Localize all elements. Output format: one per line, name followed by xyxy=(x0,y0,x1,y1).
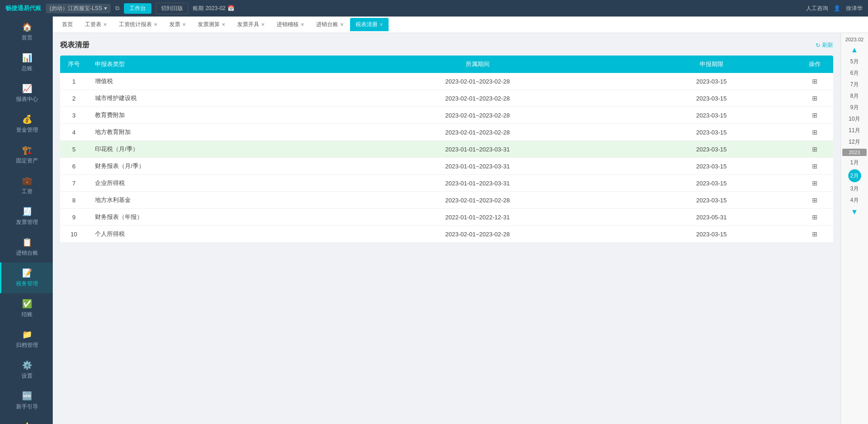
tab-invoice-calc-close[interactable]: ✕ xyxy=(222,22,225,27)
company-name: (勿动）江西服宝-LSS xyxy=(50,5,102,12)
date-month-2-active[interactable]: 2月 xyxy=(848,169,861,182)
refresh-button[interactable]: ↻ 刷新 xyxy=(816,41,833,49)
page-header: 税表清册 ↻ 刷新 xyxy=(60,40,833,50)
table-row: 4地方教育附加2023-02-01~2023-02-282023-03-15⊞ xyxy=(60,124,833,141)
tab-tax-list-label: 税表清册 xyxy=(356,21,378,28)
period-value: 2023-02 xyxy=(206,5,226,11)
workbench-button[interactable]: 工作台 xyxy=(124,3,151,14)
sidebar-item-salary[interactable]: 💼 工资 xyxy=(0,170,53,201)
cell-deadline: 2023-03-15 xyxy=(626,158,796,175)
tab-sales-check-close[interactable]: ✕ xyxy=(300,22,304,27)
date-down-button[interactable]: ▼ xyxy=(849,206,860,218)
copy-icon[interactable]: ⧉ xyxy=(115,5,119,12)
calendar-icon[interactable]: 📅 xyxy=(228,5,234,11)
tab-invoice[interactable]: 发票 ✕ xyxy=(164,18,191,31)
date-month-3[interactable]: 3月 xyxy=(841,183,868,195)
tab-salary-table[interactable]: 工资表 ✕ xyxy=(79,18,112,31)
sidebar-item-fund[interactable]: 💰 资金管理 xyxy=(0,109,53,139)
ai-consult-btn[interactable]: 人工咨询 xyxy=(806,5,828,12)
sidebar-item-invoice[interactable]: 🧾 发票管理 xyxy=(0,201,53,232)
action-icon[interactable]: ⊞ xyxy=(812,128,818,136)
cell-action[interactable]: ⊞ xyxy=(796,107,833,124)
table-row: 6财务报表（月/季）2023-01-01~2023-03-312023-03-1… xyxy=(60,158,833,175)
cell-no: 1 xyxy=(60,73,88,90)
sidebar-item-archive[interactable]: 📁 归档管理 xyxy=(0,324,53,355)
sidebar-item-guide[interactable]: 🆕 新手引导 xyxy=(0,385,53,416)
cell-action[interactable]: ⊞ xyxy=(796,124,833,141)
cell-action[interactable]: ⊞ xyxy=(796,141,833,158)
tab-sales-check[interactable]: 进销稽核 ✕ xyxy=(271,18,310,31)
cell-deadline: 2023-03-15 xyxy=(626,73,796,90)
action-icon[interactable]: ⊞ xyxy=(812,179,818,187)
user-avatar[interactable]: 👤 xyxy=(834,5,840,11)
date-month-12[interactable]: 12月 xyxy=(841,136,868,148)
tab-sales-ledger-close[interactable]: ✕ xyxy=(340,22,344,27)
date-month-10[interactable]: 10月 xyxy=(841,113,868,125)
action-icon[interactable]: ⊞ xyxy=(812,213,818,221)
date-up-button[interactable]: ▲ xyxy=(849,44,860,56)
tab-tax-list-close[interactable]: ✕ xyxy=(379,22,383,27)
cell-action[interactable]: ⊞ xyxy=(796,90,833,107)
sidebar-item-home[interactable]: 🏠 首页 xyxy=(0,17,53,47)
refresh-icon: ↻ xyxy=(816,42,820,49)
sidebar-item-settings[interactable]: ⚙️ 设置 xyxy=(0,355,53,385)
tab-salary-stat[interactable]: 工资统计报表 ✕ xyxy=(113,18,163,31)
tab-salary-table-close[interactable]: ✕ xyxy=(103,22,107,27)
action-icon[interactable]: ⊞ xyxy=(812,230,818,238)
asset-icon: 🏗️ xyxy=(22,145,32,155)
invoice-icon: 🧾 xyxy=(22,206,32,217)
cell-action[interactable]: ⊞ xyxy=(796,73,833,90)
action-icon[interactable]: ⊞ xyxy=(812,112,818,119)
cell-type: 企业所得税 xyxy=(88,175,328,192)
date-month-5[interactable]: 5月 xyxy=(841,56,868,67)
sidebar-item-tax[interactable]: 📝 税务管理 xyxy=(0,262,53,293)
sidebar-item-guide-label: 新手引导 xyxy=(16,403,38,411)
tab-invoice-open-close[interactable]: ✕ xyxy=(261,22,265,27)
action-icon[interactable]: ⊞ xyxy=(812,145,818,153)
cell-action[interactable]: ⊞ xyxy=(796,209,833,226)
cell-deadline: 2023-03-15 xyxy=(626,141,796,158)
date-month-4[interactable]: 4月 xyxy=(841,195,868,206)
tab-tax-list[interactable]: 税表清册 ✕ xyxy=(350,18,389,31)
sidebar: 🏠 首页 📊 总账 📈 报表中心 💰 资金管理 🏗️ 固定资产 💼 工资 🧾 发… xyxy=(0,17,53,424)
tab-invoice-close[interactable]: ✕ xyxy=(182,22,186,27)
sidebar-item-asset[interactable]: 🏗️ 固定资产 xyxy=(0,139,53,170)
date-month-8[interactable]: 8月 xyxy=(841,90,868,102)
company-dropdown-icon[interactable]: ▾ xyxy=(104,5,107,11)
tab-invoice-open[interactable]: 发票开具 ✕ xyxy=(232,18,270,31)
sidebar-item-settle[interactable]: ✅ 结账 xyxy=(0,293,53,324)
cell-action[interactable]: ⊞ xyxy=(796,226,833,243)
tab-salary-stat-label: 工资统计报表 xyxy=(119,21,152,28)
date-month-7[interactable]: 7月 xyxy=(841,79,868,90)
tax-table: 序号 申报表类型 所属期间 申报期限 操作 1增值税2023-02-01~202… xyxy=(60,56,833,243)
tab-sales-ledger[interactable]: 进销台账 ✕ xyxy=(311,18,349,31)
date-month-6[interactable]: 6月 xyxy=(841,67,868,79)
sidebar-item-member[interactable]: ⭐ 畅会员 xyxy=(0,416,53,424)
tab-home[interactable]: 首页 xyxy=(56,18,78,31)
tab-invoice-calc[interactable]: 发票测算 ✕ xyxy=(192,18,231,31)
cell-period: 2022-01-01~2022-12-31 xyxy=(328,209,626,226)
cell-action[interactable]: ⊞ xyxy=(796,192,833,209)
action-icon[interactable]: ⊞ xyxy=(812,95,818,102)
fund-icon: 💰 xyxy=(22,114,32,124)
top-bar: 畅捷通易代账 (勿动）江西服宝-LSS ▾ ⧉ 工作台 切到旧版 账期 2023… xyxy=(0,0,868,17)
date-month-11[interactable]: 11月 xyxy=(841,125,868,136)
date-sidebar-header: 2023.02 xyxy=(845,35,865,44)
app-logo: 畅捷通易代账 xyxy=(6,4,41,12)
table-row: 10个人所得税2023-02-01~2023-02-282023-03-15⊞ xyxy=(60,226,833,243)
date-month-1[interactable]: 1月 xyxy=(841,157,868,168)
home-icon: 🏠 xyxy=(22,22,32,32)
action-icon[interactable]: ⊞ xyxy=(812,78,818,85)
sidebar-item-ledger[interactable]: 📊 总账 xyxy=(0,47,53,78)
company-selector[interactable]: (勿动）江西服宝-LSS ▾ xyxy=(46,4,111,13)
sidebar-item-reconcile[interactable]: 📋 进销台账 xyxy=(0,232,53,262)
cell-action[interactable]: ⊞ xyxy=(796,175,833,192)
action-icon[interactable]: ⊞ xyxy=(812,162,818,170)
action-icon[interactable]: ⊞ xyxy=(812,196,818,204)
tab-salary-stat-close[interactable]: ✕ xyxy=(154,22,157,27)
sidebar-item-report[interactable]: 📈 报表中心 xyxy=(0,78,53,109)
cell-deadline: 2023-03-15 xyxy=(626,226,796,243)
date-month-9[interactable]: 9月 xyxy=(841,102,868,113)
cell-action[interactable]: ⊞ xyxy=(796,158,833,175)
switch-old-button[interactable]: 切到旧版 xyxy=(156,3,188,14)
